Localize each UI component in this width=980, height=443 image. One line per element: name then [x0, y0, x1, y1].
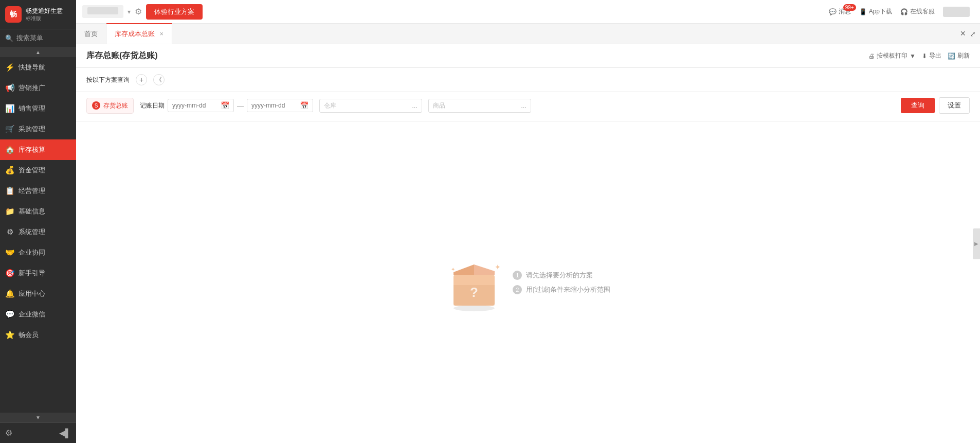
- warehouse-more-icon: ...: [412, 102, 418, 110]
- sidebar-item-label: 企业微信: [19, 310, 45, 319]
- date-label: 记账日期: [140, 101, 165, 110]
- sidebar-item-purchase[interactable]: 🛒 采购管理: [0, 119, 76, 139]
- sidebar-item-finance[interactable]: 💰 资金管理: [0, 160, 76, 181]
- tab-inventory-ledger[interactable]: 库存成本总账 ×: [106, 23, 172, 44]
- scheme-item[interactable]: S 存货总账: [86, 98, 134, 114]
- warehouse-filter[interactable]: 仓库 ...: [319, 99, 422, 113]
- sidebar-item-system[interactable]: ⚙ 系统管理: [0, 222, 76, 242]
- message-icon: 💬: [829, 8, 837, 15]
- plus-icon: +: [139, 76, 143, 84]
- enterprise-icon: 🤝: [5, 248, 14, 257]
- sidebar-item-guide[interactable]: 🎯 新手引导: [0, 263, 76, 283]
- sidebar-item-operation[interactable]: 📋 经营管理: [0, 181, 76, 201]
- topbar-gear-icon[interactable]: ⚙: [135, 7, 142, 16]
- svg-marker-3: [474, 264, 495, 275]
- sidebar-item-label: 新手引导: [19, 269, 45, 278]
- warehouse-label: 仓库: [324, 101, 336, 110]
- export-btn[interactable]: ⬇ 导出: [922, 51, 941, 60]
- calendar-end-icon[interactable]: 📅: [300, 101, 308, 110]
- svg-text:?: ?: [470, 285, 478, 300]
- sidebar-item-inventory[interactable]: 🏠 库存核算: [0, 139, 76, 160]
- empty-state: ? ✦ ✦ 1 请先选择要分析的方案 2 用[过滤]条件来缩小分析范围: [76, 121, 980, 443]
- sidebar-item-member[interactable]: ⭐ 畅会员: [0, 325, 76, 345]
- close-panel-btn[interactable]: ×: [960, 28, 966, 39]
- print-dropdown-icon[interactable]: ▼: [910, 52, 916, 60]
- message-btn[interactable]: 💬 消息 99+: [829, 7, 851, 16]
- right-side-handle[interactable]: ▶: [973, 228, 980, 259]
- handle-icon: ▶: [974, 241, 978, 246]
- marketing-icon: 📢: [5, 83, 14, 93]
- query-btn[interactable]: 查询: [901, 98, 935, 113]
- date-end-field[interactable]: [251, 102, 298, 109]
- sidebar-item-app-center[interactable]: 🔔 应用中心: [0, 283, 76, 304]
- svg-marker-2: [453, 264, 474, 275]
- collapse-sidebar-icon[interactable]: ◀▌: [59, 428, 71, 438]
- svg-text:✦: ✦: [495, 263, 501, 271]
- page: 库存总账(存货总账) 🖨 按模板打印 ▼ ⬇ 导出 🔄 刷新: [76, 44, 980, 443]
- sidebar-scroll-up-btn[interactable]: ▲: [0, 47, 76, 57]
- industry-btn[interactable]: 体验行业方案: [146, 4, 203, 20]
- quick-nav-icon: ⚡: [5, 63, 14, 72]
- sidebar-item-label: 采购管理: [19, 125, 45, 134]
- scheme-dot-icon: S: [92, 101, 100, 110]
- member-icon: ⭐: [5, 330, 14, 340]
- basic-icon: 📁: [5, 207, 14, 216]
- page-header-actions: 🖨 按模板打印 ▼ ⬇ 导出 🔄 刷新: [868, 51, 970, 60]
- sidebar-item-enterprise[interactable]: 🤝 企业协同: [0, 242, 76, 263]
- expand-panel-btn[interactable]: ⤢: [970, 30, 976, 38]
- empty-tip-1: 1 请先选择要分析的方案: [513, 271, 610, 280]
- refresh-btn[interactable]: 🔄 刷新: [948, 51, 970, 60]
- settings-bottom-icon[interactable]: ⚙: [5, 428, 12, 438]
- tip-num-1: 1: [513, 271, 522, 280]
- tip-num-2: 2: [513, 285, 522, 294]
- user-avatar[interactable]: [943, 6, 974, 18]
- svg-text:✦: ✦: [451, 267, 455, 272]
- sidebar-item-sales[interactable]: 📊 销售管理: [0, 98, 76, 119]
- sidebar-item-quick-nav[interactable]: ⚡ 快捷导航: [0, 57, 76, 78]
- topbar-breadcrumb: [82, 5, 123, 18]
- date-start-field[interactable]: [172, 102, 219, 109]
- sidebar-nav: ⚡ 快捷导航 📢 营销推广 📊 销售管理 🛒 采购管理 🏠 库存核算 💰 资金管…: [0, 57, 76, 413]
- settings-btn[interactable]: 设置: [939, 97, 970, 114]
- tip-text-1: 请先选择要分析的方案: [526, 271, 593, 280]
- message-badge: 99+: [843, 4, 856, 11]
- print-btn[interactable]: 🖨 按模板打印 ▼: [868, 51, 916, 60]
- calendar-start-icon[interactable]: 📅: [221, 101, 229, 110]
- operation-icon: 📋: [5, 186, 14, 196]
- date-range-filter: 记账日期 📅 — 📅: [140, 99, 313, 112]
- print-label: 按模板打印: [877, 51, 908, 60]
- refresh-icon: 🔄: [948, 52, 955, 60]
- logo-text: 畅捷通好生意 标准版: [26, 7, 63, 22]
- sidebar-item-marketing[interactable]: 📢 营销推广: [0, 78, 76, 98]
- logo-icon: 畅: [5, 6, 22, 23]
- inventory-icon: 🏠: [5, 145, 14, 154]
- topbar-chevron-icon[interactable]: ▾: [128, 8, 131, 15]
- sidebar-item-label: 企业协同: [19, 248, 45, 257]
- app-download-btn[interactable]: 📱 App下载: [859, 7, 892, 16]
- online-support-btn[interactable]: 🎧 在线客服: [900, 7, 935, 16]
- empty-illustration: ? ✦ ✦: [446, 257, 497, 308]
- date-end-input[interactable]: 📅: [247, 99, 313, 112]
- sidebar-scroll-down-btn[interactable]: ▼: [0, 413, 76, 422]
- guide-icon: 🎯: [5, 269, 14, 278]
- tab-close-btn[interactable]: ×: [160, 30, 164, 38]
- filter-add-btn[interactable]: +: [136, 74, 147, 85]
- date-start-input[interactable]: 📅: [168, 99, 234, 112]
- sidebar-item-label: 快捷导航: [19, 63, 45, 72]
- sidebar-item-label: 系统管理: [19, 227, 45, 237]
- collapse-icon: 《: [156, 76, 162, 84]
- sidebar-search[interactable]: 🔍 搜索菜单: [0, 29, 76, 47]
- scheme-item-label: 存货总账: [103, 101, 128, 110]
- tab-home[interactable]: 首页: [76, 24, 106, 44]
- sidebar-item-wechat[interactable]: 💬 企业微信: [0, 304, 76, 325]
- topbar-left: ▾ ⚙ 体验行业方案: [82, 4, 825, 20]
- filter-collapse-btn[interactable]: 《: [153, 74, 165, 85]
- sidebar-item-basic[interactable]: 📁 基础信息: [0, 201, 76, 222]
- export-icon: ⬇: [922, 52, 927, 60]
- search-icon: 🔍: [5, 34, 13, 42]
- page-content: 库存总账(存货总账) 🖨 按模板打印 ▼ ⬇ 导出 🔄 刷新: [76, 44, 980, 443]
- sidebar: 畅 畅捷通好生意 标准版 🔍 搜索菜单 ▲ ⚡ 快捷导航 📢 营销推广 📊 销售…: [0, 0, 76, 443]
- product-filter[interactable]: 商品 ...: [428, 99, 531, 113]
- sidebar-item-label: 库存核算: [19, 145, 45, 154]
- online-support-label: 在线客服: [910, 7, 935, 16]
